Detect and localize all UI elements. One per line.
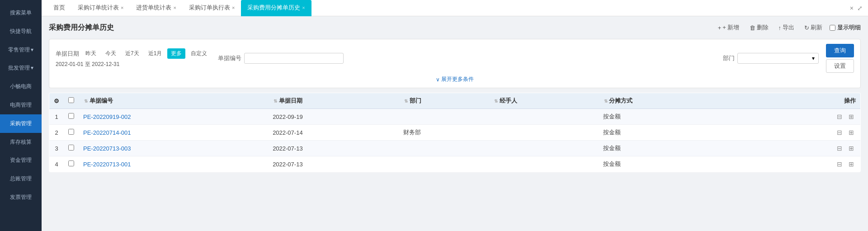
sidebar-item-wholesale[interactable]: 批发管理 ▾ xyxy=(0,59,42,77)
tab-bar: 首页 采购订单统计表 × 进货单统计表 × 采购订单执行表 × 采购费用分摊单历… xyxy=(42,0,868,16)
tab-close-purchase-order-stats[interactable]: × xyxy=(121,5,123,10)
setting-button[interactable]: 设置 xyxy=(826,59,854,73)
row-handler xyxy=(489,109,599,125)
main-content: 首页 采购订单统计表 × 进货单统计表 × 采购订单执行表 × 采购费用分摊单历… xyxy=(42,0,868,231)
row-method: 按金额 xyxy=(599,156,825,172)
chevron-down-icon: ▾ xyxy=(31,64,33,72)
tab-home[interactable]: 首页 xyxy=(47,0,71,16)
date-btn-yesterday[interactable]: 昨天 xyxy=(82,48,100,59)
tab-actions: × ⤢ xyxy=(850,5,863,12)
edit-icon[interactable]: ⊟ xyxy=(835,160,844,169)
tab-close-goods-receipt-stats[interactable]: × xyxy=(173,5,176,10)
doc-no-input[interactable] xyxy=(244,53,344,64)
settings-icon: ⚙ xyxy=(54,98,59,104)
row-date: 2022-07-14 xyxy=(268,125,399,141)
dept-filter-group: 部门 ▾ xyxy=(723,53,819,64)
delete-button[interactable]: 🗑 删除 xyxy=(747,22,771,33)
tab-close-purchase-cost-history[interactable]: × xyxy=(302,5,305,10)
detail-icon[interactable]: ⊞ xyxy=(847,144,856,153)
sidebar-item-search[interactable]: 搜索菜单 xyxy=(0,4,42,22)
detail-icon[interactable]: ⊞ xyxy=(847,160,856,169)
row-method: 按金额 xyxy=(599,125,825,141)
row-method: 按金额 xyxy=(599,141,825,156)
delete-icon: 🗑 xyxy=(750,24,755,31)
export-button[interactable]: ↑ 导出 xyxy=(776,22,797,33)
sidebar-item-ledger[interactable]: 总账管理 xyxy=(0,170,42,188)
row-doc-no: PE-20220713-001 xyxy=(79,156,268,172)
detail-icon[interactable]: ⊞ xyxy=(847,112,856,121)
filter-row: 单据日期 昨天 今天 近7天 近1月 更多 自定义 2022-01-01 至 2… xyxy=(56,44,854,73)
date-btn-more[interactable]: 更多 xyxy=(167,48,185,59)
sort-icon: ⇅ xyxy=(404,99,408,104)
row-doc-no: PE-20220919-002 xyxy=(79,109,268,125)
edit-icon[interactable]: ⊟ xyxy=(835,128,844,137)
table-row: 3 PE-20220713-003 2022-07-13 按金额 ⊟ ⊞ xyxy=(49,141,861,156)
edit-icon[interactable]: ⊟ xyxy=(835,144,844,153)
doc-no-link[interactable]: PE-20220714-001 xyxy=(83,129,131,136)
doc-no-link[interactable]: PE-20220713-003 xyxy=(83,145,131,152)
page-title: 采购费用分摊单历史 xyxy=(49,23,114,33)
filter-area: 单据日期 昨天 今天 近7天 近1月 更多 自定义 2022-01-01 至 2… xyxy=(49,39,861,88)
date-filter-group: 单据日期 昨天 今天 近7天 近1月 更多 自定义 2022-01-01 至 2… xyxy=(56,48,211,68)
show-details-checkbox[interactable] xyxy=(830,25,835,31)
sidebar-item-mobile[interactable]: 小畅电商 xyxy=(0,77,42,96)
edit-icon[interactable]: ⊟ xyxy=(835,112,844,121)
tab-close-purchase-order-exec[interactable]: × xyxy=(232,5,235,10)
sort-icon: ⇅ xyxy=(84,99,88,104)
query-setting-group: 查询 设置 xyxy=(826,44,854,73)
date-btn-7days[interactable]: 近7天 xyxy=(122,48,143,59)
col-settings-header[interactable]: ⚙ xyxy=(49,93,64,109)
sidebar-item-inventory[interactable]: 库存核算 xyxy=(0,133,42,151)
refresh-icon: ↻ xyxy=(804,24,809,31)
row-date: 2022-07-13 xyxy=(268,156,399,172)
row-checkbox[interactable] xyxy=(64,109,79,125)
table-row: 1 PE-20220919-002 2022-09-19 按金额 ⊟ ⊞ xyxy=(49,109,861,125)
row-checkbox[interactable] xyxy=(64,125,79,141)
date-btn-custom[interactable]: 自定义 xyxy=(187,48,211,59)
expand-more-button[interactable]: ∨ 展开更多条件 xyxy=(56,75,854,83)
sort-icon: ⇅ xyxy=(274,99,277,104)
col-actions: 操作 xyxy=(825,93,861,109)
page-content: 采购费用分摊单历史 + + 新增 🗑 删除 ↑ 导出 ↻ 刷新 xyxy=(42,16,868,231)
col-checkbox-header[interactable] xyxy=(64,93,79,109)
query-button[interactable]: 查询 xyxy=(826,44,854,57)
select-all-checkbox[interactable] xyxy=(68,97,74,103)
sidebar-item-invoice[interactable]: 发票管理 xyxy=(0,188,42,207)
tab-purchase-order-exec[interactable]: 采购订单执行表 × xyxy=(183,0,241,16)
row-actions: ⊟ ⊞ xyxy=(825,125,861,141)
dept-label: 部门 xyxy=(723,54,735,62)
row-doc-no: PE-20220713-003 xyxy=(79,141,268,156)
col-dept: ⇅ 部门 xyxy=(399,93,489,109)
maximize-icon[interactable]: ⤢ xyxy=(857,5,863,12)
row-checkbox[interactable] xyxy=(64,156,79,172)
close-window-icon[interactable]: × xyxy=(850,5,854,12)
row-checkbox[interactable] xyxy=(64,141,79,156)
date-btn-today[interactable]: 今天 xyxy=(102,48,120,59)
row-doc-no: PE-20220714-001 xyxy=(79,125,268,141)
sidebar-item-ecommerce[interactable]: 电商管理 xyxy=(0,96,42,114)
doc-no-link[interactable]: PE-20220713-001 xyxy=(83,161,131,168)
refresh-button[interactable]: ↻ 刷新 xyxy=(802,22,825,33)
sidebar-item-finance[interactable]: 资金管理 xyxy=(0,151,42,170)
sort-icon: ⇅ xyxy=(494,99,498,104)
add-button[interactable]: + + 新增 xyxy=(715,22,742,33)
dept-select[interactable]: ▾ xyxy=(737,53,819,64)
col-handler: ⇅ 经手人 xyxy=(489,93,599,109)
doc-no-link[interactable]: PE-20220919-002 xyxy=(83,113,131,120)
row-handler xyxy=(489,125,599,141)
row-number: 2 xyxy=(49,125,64,141)
tab-purchase-order-stats[interactable]: 采购订单统计表 × xyxy=(71,0,130,16)
chevron-down-icon: ∨ xyxy=(436,76,440,83)
sidebar-item-retail[interactable]: 零售管理 ▾ xyxy=(0,41,42,59)
date-btn-1month[interactable]: 近1月 xyxy=(145,48,166,59)
date-shortcuts: 昨天 今天 近7天 近1月 更多 自定义 xyxy=(82,48,211,59)
doc-no-label: 单据编号 xyxy=(218,54,241,62)
sidebar-item-purchase[interactable]: 采购管理 xyxy=(0,114,42,133)
tab-purchase-cost-history[interactable]: 采购费用分摊单历史 × xyxy=(241,0,311,16)
detail-icon[interactable]: ⊞ xyxy=(847,128,856,137)
tab-goods-receipt-stats[interactable]: 进货单统计表 × xyxy=(130,0,182,16)
show-details-checkbox-label[interactable]: 显示明细 xyxy=(830,24,861,32)
row-dept: 财务部 xyxy=(399,125,489,141)
sidebar-item-quick-nav[interactable]: 快捷导航 xyxy=(0,22,42,41)
row-dept xyxy=(399,156,489,172)
